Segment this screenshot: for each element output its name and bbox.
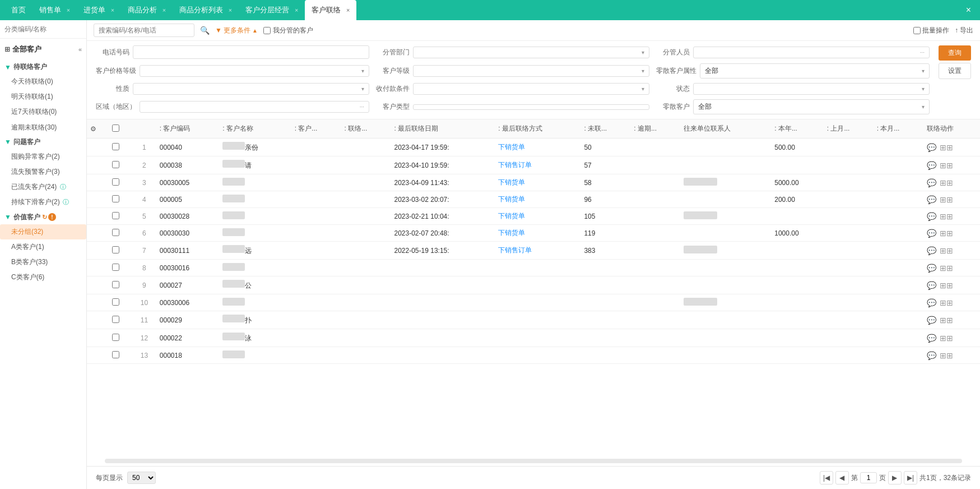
- qr-icon[interactable]: ⊞⊞: [940, 229, 953, 238]
- status-select[interactable]: ▾: [693, 83, 930, 95]
- row-checkbox[interactable]: [112, 264, 119, 271]
- row-checkbox-cell[interactable]: [109, 311, 132, 329]
- sidebar-item-today[interactable]: 今天待联络(0): [0, 74, 86, 89]
- sidebar-item-class-b[interactable]: B类客户(33): [0, 255, 86, 270]
- row-checkbox-cell[interactable]: [109, 276, 132, 294]
- chat-icon[interactable]: 💬: [927, 229, 936, 238]
- row-checkbox-cell[interactable]: [109, 156, 132, 174]
- chat-icon[interactable]: 💬: [927, 334, 936, 343]
- customer-type-select[interactable]: [413, 104, 649, 110]
- qr-icon[interactable]: ⊞⊞: [940, 351, 953, 360]
- region-select[interactable]: ···: [140, 101, 369, 113]
- my-customers-checkbox-label[interactable]: 我分管的客户: [263, 26, 313, 35]
- customer-level-select[interactable]: ▾: [413, 65, 649, 77]
- my-customers-checkbox[interactable]: [263, 27, 271, 34]
- row-last-contact-method-cell[interactable]: [495, 311, 580, 329]
- row-checkbox-cell[interactable]: [109, 242, 132, 260]
- contact-method-link[interactable]: 下销货单: [498, 178, 525, 186]
- row-checkbox[interactable]: [112, 298, 119, 306]
- last-contact-date-col-header[interactable]: : 最后联络日期: [391, 119, 495, 139]
- close-customer-contact-icon[interactable]: ×: [346, 7, 350, 13]
- person-select[interactable]: ···: [693, 47, 930, 58]
- retail-attr-select[interactable]: 全部 ▾: [700, 63, 930, 79]
- contact-method-link[interactable]: 下销货单: [498, 229, 525, 237]
- sidebar-item-churn-warning[interactable]: 流失预警客户(3): [0, 164, 86, 179]
- qr-icon[interactable]: ⊞⊞: [940, 212, 953, 221]
- row-checkbox-cell[interactable]: [109, 294, 132, 311]
- row-checkbox-cell[interactable]: [109, 329, 132, 347]
- row-checkbox[interactable]: [112, 229, 119, 236]
- row-checkbox[interactable]: [112, 316, 119, 323]
- chat-icon[interactable]: 💬: [927, 195, 936, 204]
- reset-button[interactable]: 设置: [939, 63, 971, 79]
- row-checkbox[interactable]: [112, 195, 119, 202]
- window-close-icon[interactable]: ×: [962, 5, 976, 15]
- nav-purchase[interactable]: 进货单 ×: [77, 0, 121, 20]
- chat-icon[interactable]: 💬: [927, 281, 936, 290]
- qr-icon[interactable]: ⊞⊞: [940, 264, 953, 273]
- settings-col-header[interactable]: ⚙: [87, 119, 109, 139]
- contact-method-link[interactable]: 下销售订单: [498, 161, 532, 169]
- pending-title[interactable]: ▼ 待联络客户: [0, 60, 86, 74]
- nav-customer-segment[interactable]: 客户分层经营 ×: [239, 0, 305, 20]
- row-last-contact-method-cell[interactable]: [495, 276, 580, 294]
- nav-customer-contact[interactable]: 客户联络 ×: [305, 0, 356, 20]
- company-contact-col-header[interactable]: 往来单位联系人: [680, 119, 771, 139]
- phone-input[interactable]: [133, 45, 369, 59]
- close-sales-icon[interactable]: ×: [67, 7, 70, 13]
- export-btn[interactable]: ↑ 导出: [955, 26, 973, 35]
- all-customers-header[interactable]: ⊞ 全部客户 «: [0, 42, 86, 57]
- dept-select[interactable]: ▾: [413, 47, 649, 58]
- row-last-contact-method-cell[interactable]: 下销售订单: [495, 156, 580, 174]
- row-last-contact-method-cell[interactable]: 下销售订单: [495, 242, 580, 260]
- row-checkbox[interactable]: [112, 281, 119, 288]
- sidebar-item-7days[interactable]: 近7天待联络(0): [0, 104, 86, 119]
- last-month-col-header[interactable]: : 上月...: [824, 119, 874, 139]
- sidebar-item-churned[interactable]: 已流失客户(24) ⓘ: [0, 179, 86, 195]
- chat-icon[interactable]: 💬: [927, 351, 936, 360]
- row-checkbox-cell[interactable]: [109, 347, 132, 364]
- sidebar-item-overdue[interactable]: 逾期未联络(30): [0, 120, 86, 135]
- row-last-contact-method-cell[interactable]: [495, 294, 580, 311]
- retail-customer-select[interactable]: 全部 ▾: [693, 99, 930, 114]
- collapse-icon[interactable]: «: [78, 46, 82, 53]
- row-checkbox[interactable]: [112, 334, 119, 341]
- nav-home[interactable]: 首页: [4, 0, 32, 20]
- name-col-header[interactable]: : 客户名称: [219, 119, 291, 139]
- last-page-btn[interactable]: ▶|: [904, 471, 917, 485]
- sidebar-item-ungroup[interactable]: 未分组(32): [0, 224, 86, 239]
- chat-icon[interactable]: 💬: [927, 316, 936, 325]
- qr-icon[interactable]: ⊞⊞: [940, 334, 953, 343]
- row-checkbox[interactable]: [112, 246, 119, 253]
- price-level-select[interactable]: ▾: [140, 65, 369, 77]
- qr-icon[interactable]: ⊞⊞: [940, 246, 953, 255]
- close-customer-segment-icon[interactable]: ×: [295, 7, 298, 13]
- row-checkbox-cell[interactable]: [109, 225, 132, 242]
- first-page-btn[interactable]: |◀: [820, 471, 833, 485]
- contact-col-header[interactable]: : 联络...: [341, 119, 391, 139]
- last-contact-method-col-header[interactable]: : 最后联络方式: [495, 119, 580, 139]
- row-checkbox-cell[interactable]: [109, 260, 132, 276]
- nav-sales[interactable]: 销售单 ×: [32, 0, 77, 20]
- this-year-col-header[interactable]: : 本年...: [771, 119, 823, 139]
- prev-page-btn[interactable]: ◀: [835, 471, 849, 485]
- row-checkbox[interactable]: [112, 178, 119, 186]
- row-checkbox-cell[interactable]: [109, 139, 132, 156]
- this-month-col-header[interactable]: : 本月...: [874, 119, 923, 139]
- close-product-analysis-list-icon[interactable]: ×: [229, 7, 232, 13]
- qr-icon[interactable]: ⊞⊞: [940, 316, 953, 325]
- qr-icon[interactable]: ⊞⊞: [940, 298, 953, 307]
- close-purchase-icon[interactable]: ×: [111, 7, 114, 13]
- row-last-contact-method-cell[interactable]: 下销货单: [495, 225, 580, 242]
- qr-icon[interactable]: ⊞⊞: [940, 195, 953, 204]
- chat-icon[interactable]: 💬: [927, 298, 936, 307]
- select-all-checkbox[interactable]: [112, 124, 119, 132]
- qr-icon[interactable]: ⊞⊞: [940, 161, 953, 170]
- row-last-contact-method-cell[interactable]: [495, 260, 580, 276]
- contact-method-link[interactable]: 下销货单: [498, 143, 525, 151]
- nav-product-analysis-list[interactable]: 商品分析列表 ×: [173, 0, 239, 20]
- contact-method-link[interactable]: 下销售订单: [498, 246, 532, 254]
- horizontal-scrollbar[interactable]: [105, 459, 962, 463]
- row-checkbox[interactable]: [112, 143, 119, 150]
- row-checkbox-cell[interactable]: [109, 191, 132, 208]
